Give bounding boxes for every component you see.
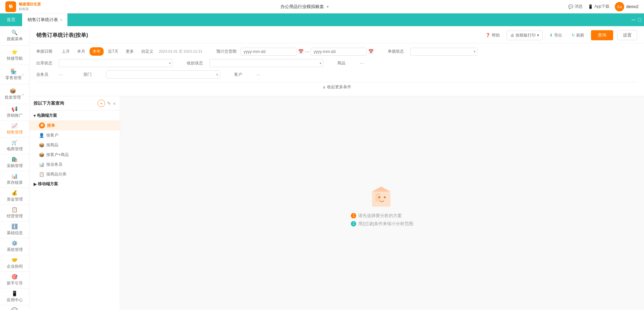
page-header-actions: ❓ 帮助 🖨 按模板打印 ▾ ⬇ 导出 ↻ 刷新 查询 设置	[483, 30, 637, 40]
expected-date-end[interactable]	[311, 48, 367, 56]
sidebar-item-quicknav[interactable]: ⭐ 快捷导航	[0, 46, 29, 65]
sidebar-item-purchase[interactable]: 🛍️ 采购管理	[0, 154, 29, 171]
settings-button[interactable]: 设置	[617, 30, 637, 40]
print-icon: 🖨	[510, 33, 514, 38]
this-month-btn[interactable]: 本月	[74, 47, 88, 56]
sidebar-item-newguide[interactable]: 🎯 新手引导	[0, 272, 29, 289]
top-bar-center: 办公用品行业模拟账套 ▾	[280, 4, 329, 10]
sidebar-item-ecommerce[interactable]: 🛒 电商管理	[0, 138, 29, 154]
sidebar-item-retail[interactable]: 🏪 零售管理 ▾	[0, 65, 29, 85]
sidebar-item-operations[interactable]: 📋 经营管理	[0, 205, 29, 221]
receipt-status-select[interactable]	[209, 59, 323, 67]
inventory-icon: 📊	[11, 173, 18, 179]
sidebar-item-appcenter[interactable]: 📱 应用中心	[0, 289, 29, 305]
expected-date-start[interactable]	[240, 48, 297, 56]
username: demo2	[626, 4, 639, 9]
avatar: Ea	[615, 2, 624, 11]
date-range-display: 2023-01-01 至 2023-12-31	[159, 49, 203, 54]
marketing-icon: 📢	[11, 106, 18, 112]
sidebar-item-search[interactable]: 🔍 搜索菜单	[0, 26, 29, 46]
collapse-panel-icon[interactable]: «	[113, 101, 116, 106]
sidebar-label-quicknav: 快捷导航	[7, 56, 23, 61]
more-date-btn[interactable]: 更多	[123, 47, 137, 56]
receipt-status-wrapper: ▾	[209, 59, 323, 67]
filter-row-2: 出库状态 ▾ 收款状态 ▾ 商品 ···	[36, 59, 637, 67]
department-select[interactable]	[106, 70, 220, 79]
tree-item-by-customer[interactable]: 👤 按客户	[30, 131, 120, 140]
maximize-button[interactable]: □	[638, 17, 641, 23]
tab-bar-actions: ─ □	[632, 17, 644, 23]
bill-status-select[interactable]	[410, 48, 477, 56]
sidebar-item-sysadmin[interactable]: ⚙️ 系统管理	[0, 238, 29, 255]
appcenter-icon: 📱	[11, 291, 18, 297]
sidebar-item-collaboration[interactable]: 🤝 企业协同	[0, 255, 29, 272]
sidebar-item-inventory[interactable]: 📊 库存核算	[0, 171, 29, 188]
calendar-end-icon[interactable]: 📅	[368, 49, 374, 54]
empty-tips: 1 请先选择要分析的方案 2 用[过滤]条件来缩小分析范围	[351, 213, 413, 227]
print-dropdown-icon: ▾	[537, 33, 539, 38]
sidebar-item-wholesale[interactable]: 📦 批发管理 ▲	[0, 85, 29, 104]
tree-item-by-goods[interactable]: 📦 按商品	[30, 140, 120, 150]
this-year-btn[interactable]: 本年	[90, 47, 104, 56]
tab-sales-order[interactable]: 销售订单统计表 ×	[22, 13, 67, 26]
tree-mobile-expand-icon: ▶	[34, 182, 37, 187]
wholesale-arrow-icon: ▲	[21, 93, 24, 96]
customer-ellipsis-button[interactable]: ···	[257, 72, 261, 77]
tree-item-by-category[interactable]: 📋 按商品分类	[30, 169, 120, 179]
tree-expand-icon: ▾	[34, 113, 36, 118]
filter-row-3: 业务员 ··· 部门 ▾ 客户 ···	[36, 70, 637, 79]
by-cg-icon: 📦	[39, 152, 44, 157]
tab-home[interactable]: 首页	[0, 13, 22, 26]
help-button[interactable]: ❓ 帮助	[483, 31, 502, 40]
tree-category-pc[interactable]: ▾ 电脑端方案	[30, 111, 120, 120]
main-layout: 🔍 搜索菜单 ⭐ 快捷导航 🏪 零售管理 ▾ 📦 批发管理 ▲ 📢 营销推广	[0, 26, 644, 310]
app-download-action[interactable]: 📱 App下载	[588, 4, 609, 9]
sysadmin-icon: ⚙️	[11, 240, 18, 246]
export-icon: ⬇	[549, 33, 553, 38]
tab-close-icon[interactable]: ×	[60, 18, 62, 22]
bill-status-label: 单据状态	[388, 49, 406, 54]
collapse-filter-button[interactable]: ∧ 收起更多条件	[36, 82, 637, 92]
top-bar-left: 畅 畅捷通好生意 标账版	[5, 1, 41, 12]
tree-item-by-customer-goods[interactable]: 📦 按客户+商品	[30, 150, 120, 160]
minimize-button[interactable]: ─	[632, 17, 635, 23]
salesman-ellipsis-button[interactable]: ···	[59, 72, 63, 77]
add-scheme-button[interactable]: +	[98, 100, 105, 107]
date-filter-group: 上月 本月 本年 近7天 更多 自定义 2023-01-01 至 2023-12…	[59, 47, 202, 56]
last7days-btn[interactable]: 近7天	[105, 47, 121, 56]
refresh-button[interactable]: ↻ 刷新	[569, 31, 587, 40]
purchase-icon: 🛍️	[11, 156, 18, 162]
print-button[interactable]: 🖨 按模板打印 ▾	[506, 31, 543, 40]
top-bar-right: 💬 消息 📱 App下载 Ea demo2	[568, 2, 639, 11]
tree-item-by-order[interactable]: 单 按单	[30, 120, 120, 131]
tip-num-2: 2	[351, 221, 356, 226]
tree-category-mobile[interactable]: ▶ 移动端方案	[30, 179, 120, 189]
by-order-icon: 单	[39, 122, 45, 128]
tree-container: ▾ 电脑端方案 单 按单 👤 按客户 📦 按商品	[30, 111, 120, 189]
svg-rect-0	[372, 192, 390, 207]
refresh-icon: ↻	[572, 33, 575, 38]
brand-area: 畅捷通好生意 标账版	[19, 2, 41, 11]
brand-subtitle: 标账版	[19, 7, 41, 11]
page-title: 销售订单统计表(按单)	[36, 32, 88, 39]
filter-row-1: 单据日期 上月 本月 本年 近7天 更多 自定义 2023-01-01 至 20…	[36, 47, 637, 56]
tree-item-by-salesman[interactable]: 📊 按业务员	[30, 160, 120, 169]
goods-ellipsis-button[interactable]: ···	[360, 60, 364, 66]
search-icon: 🔍	[11, 30, 18, 36]
sidebar-item-corpwechat[interactable]: 💬 企业微信	[0, 305, 29, 310]
query-button[interactable]: 查询	[591, 30, 613, 40]
sidebar-item-basicinfo[interactable]: ℹ️ 基础信息	[0, 221, 29, 238]
sidebar-item-finance[interactable]: 💰 资金管理	[0, 188, 29, 205]
sidebar-item-marketing[interactable]: 📢 营销推广	[0, 104, 29, 121]
message-action[interactable]: 💬 消息	[568, 4, 583, 9]
custom-date-btn[interactable]: 自定义	[138, 47, 156, 56]
user-profile[interactable]: Ea demo2	[615, 2, 639, 11]
sidebar-item-sales[interactable]: 📈 销售管理	[0, 121, 29, 138]
export-button[interactable]: ⬇ 导出	[547, 31, 565, 40]
last-month-btn[interactable]: 上月	[59, 47, 73, 56]
edit-scheme-icon[interactable]: ✎	[107, 101, 111, 106]
page-selector-dropdown[interactable]: ▾	[327, 4, 329, 9]
calendar-start-icon[interactable]: 📅	[298, 49, 304, 54]
newguide-icon: 🎯	[11, 274, 18, 280]
ship-status-select[interactable]	[59, 59, 173, 67]
